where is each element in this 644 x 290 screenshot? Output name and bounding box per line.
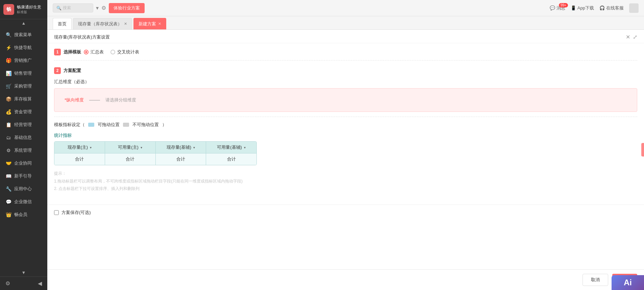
sidebar-item-sales[interactable]: 📊 销售管理	[0, 67, 47, 80]
main-area: 🔍 搜索 ▾ ⚙ 体验行业方案 💬 消息 99+ 📱 App下载 🎧 在线客服	[47, 0, 644, 290]
user-avatar[interactable]	[629, 3, 639, 13]
step2-badge: 2	[54, 67, 61, 74]
draggable-indicator	[88, 123, 94, 127]
sidebar-item-cooperation[interactable]: 🤝 企业协同	[0, 157, 47, 170]
stats-header-col1[interactable]: 现存量(主) ▾	[54, 142, 105, 153]
sidebar-item-label: 库存核算	[14, 96, 32, 102]
sidebar-item-label: 企业微信	[14, 199, 32, 205]
message-icon: 💬	[550, 5, 555, 10]
topbar-left: 🔍 搜索 ▾ ⚙ 体验行业方案	[53, 3, 145, 13]
dimension-placeholder: *纵向维度 —— 请选择分组维度	[65, 97, 136, 103]
sidebar-item-operations[interactable]: 📋 经营管理	[0, 118, 47, 131]
sidebar: 畅 畅康通好生意 标准版 ▲ 🔍 搜索菜单 ⚡ 快捷导航 🎁 营销推广 📊 销售…	[0, 0, 47, 290]
operations-icon: 📋	[5, 122, 11, 128]
dimension-arrow: ——	[89, 97, 100, 103]
tab-inventory-label: 现存量（库存状况表）	[78, 21, 122, 27]
bottom-bar: 取消 查询	[47, 269, 644, 290]
ai-badge[interactable]: Ai	[612, 275, 644, 290]
sidebar-item-search[interactable]: 🔍 搜索菜单	[0, 28, 47, 41]
cooperation-icon: 🤝	[5, 160, 11, 166]
sidebar-item-marketing[interactable]: 🎁 营销推广	[0, 54, 47, 67]
stats-header-col4[interactable]: 可用量(基辅) ▾	[206, 142, 256, 153]
tab-new-scheme-close-icon[interactable]: ✕	[158, 22, 161, 26]
stats-header-row: 现存量(主) ▾ 可用量(主) ▾ 现存量(基辅) ▾	[54, 142, 256, 153]
panel-header-icons: ✕ ⤢	[626, 34, 637, 40]
sidebar-item-label: 企业协同	[14, 160, 32, 166]
dimension-hint: 请选择分组维度	[105, 97, 136, 103]
purchase-icon: 🛒	[5, 83, 11, 89]
inventory-icon: 📦	[5, 96, 11, 102]
sidebar-item-label: 经营管理	[14, 122, 32, 128]
sidebar-item-appcenter[interactable]: 🔧 应用中心	[0, 183, 47, 195]
online-support-link[interactable]: 🎧 在线客服	[599, 5, 624, 11]
col3-chevron[interactable]: ▾	[193, 146, 195, 149]
topbar-dropdown-icon[interactable]: ▾	[96, 5, 99, 11]
topbar-right: 💬 消息 99+ 📱 App下载 🎧 在线客服	[550, 3, 639, 13]
col2-chevron[interactable]: ▾	[141, 146, 142, 149]
topbar-search-box[interactable]: 🔍 搜索	[53, 3, 93, 13]
panel-expand-icon[interactable]: ⤢	[633, 34, 637, 40]
panel-body: 1 选择模板 汇总表 交叉统计表	[47, 43, 644, 204]
stats-data-col3: 合计	[156, 153, 206, 165]
stats-data-col4: 合计	[206, 153, 256, 165]
sidebar-item-member[interactable]: 👑 畅会员	[0, 208, 47, 221]
tips-item-2: 2. 点击标题栏下拉可设置排序、插入列和删除列	[54, 185, 637, 193]
radio-summary[interactable]: 汇总表	[84, 49, 104, 55]
sidebar-item-label: 营销推广	[14, 57, 32, 64]
dimension-area[interactable]: *纵向维度 —— 请选择分组维度	[54, 88, 637, 112]
sidebar-item-finance[interactable]: 💰 资金管理	[0, 105, 47, 118]
col1-chevron[interactable]: ▾	[90, 146, 92, 149]
sidebar-item-quicknav[interactable]: ⚡ 快捷导航	[0, 41, 47, 54]
finance-icon: 💰	[5, 109, 11, 115]
sidebar-scroll-down[interactable]: ▼	[0, 269, 47, 276]
tab-inventory-status[interactable]: 现存量（库存状况表） ✕	[73, 18, 132, 29]
step1-title-row: 1 选择模板 汇总表 交叉统计表	[54, 49, 637, 55]
app-download-link[interactable]: 📱 App下载	[571, 5, 594, 11]
step2-section: 2 方案配置 汇总维度（必选） *纵向维度 —— 请选择分组维度 模板指标设定（	[54, 67, 637, 192]
save-checkbox[interactable]	[54, 210, 59, 215]
sidebar-item-newguide[interactable]: 📖 新手引导	[0, 170, 47, 183]
save-option-label: 方案保存(可选)	[61, 210, 91, 216]
sidebar-item-purchase[interactable]: 🛒 采购管理	[0, 80, 47, 93]
sidebar-item-inventory[interactable]: 📦 库存核算	[0, 93, 47, 105]
tips-title: 提示：	[54, 171, 637, 176]
sidebar-item-wechat[interactable]: 💬 企业微信	[0, 195, 47, 208]
right-panel-handle[interactable]	[641, 143, 644, 156]
template-radio-group: 汇总表 交叉统计表	[84, 49, 139, 55]
sidebar-item-label: 搜索菜单	[14, 32, 32, 38]
topbar-settings-icon[interactable]: ⚙	[101, 5, 106, 11]
stats-header-col3[interactable]: 现存量(基辅) ▾	[156, 142, 206, 153]
sidebar-item-basic[interactable]: 🗂 基础信息	[0, 131, 47, 144]
tab-new-scheme[interactable]: 新建方案 ✕	[133, 18, 166, 29]
tab-inventory-close-icon[interactable]: ✕	[124, 22, 127, 26]
tab-home[interactable]: 首页	[53, 18, 72, 29]
stats-header-col2[interactable]: 可用量(主) ▾	[105, 142, 156, 153]
radio-summary-circle	[84, 50, 89, 54]
col4-chevron[interactable]: ▾	[244, 146, 246, 149]
stats-data-col1: 合计	[54, 153, 105, 165]
sidebar-scroll-up[interactable]: ▲	[0, 19, 47, 27]
collapse-sidebar-icon[interactable]: ◀	[38, 280, 42, 287]
sidebar-item-label: 系统管理	[14, 147, 32, 153]
radio-cross[interactable]: 交叉统计表	[110, 49, 139, 55]
cancel-button[interactable]: 取消	[583, 274, 608, 286]
step1-badge: 1	[54, 49, 61, 55]
panel-close-icon[interactable]: ✕	[626, 34, 630, 40]
sidebar-item-system[interactable]: ⚙ 系统管理	[0, 144, 47, 157]
trial-button[interactable]: 体验行业方案	[109, 3, 145, 13]
step2-divider	[54, 117, 637, 117]
save-option: 方案保存(可选)	[47, 204, 644, 220]
marketing-icon: 🎁	[5, 57, 11, 64]
sidebar-item-label: 基础信息	[14, 135, 32, 141]
member-icon: 👑	[5, 212, 11, 218]
headset-icon: 🎧	[599, 5, 605, 10]
template-config-legend: 模板指标设定（ 可拖动位置 不可拖动位置 ）	[54, 122, 637, 128]
radio-cross-circle	[110, 50, 115, 54]
ai-badge-label: Ai	[624, 278, 632, 287]
settings-footer-icon[interactable]: ⚙	[5, 280, 10, 287]
message-badge[interactable]: 💬 消息 99+	[550, 5, 565, 11]
step1-section: 1 选择模板 汇总表 交叉统计表	[54, 49, 637, 61]
step2-title-row: 2 方案配置	[54, 67, 637, 74]
tips-item-1: 1.拖动标题栏可以调整布局，不可跨维度或指标区域拖动栏目字段(只能在同一维度或指…	[54, 178, 637, 185]
sidebar-item-label: 资金管理	[14, 109, 32, 115]
